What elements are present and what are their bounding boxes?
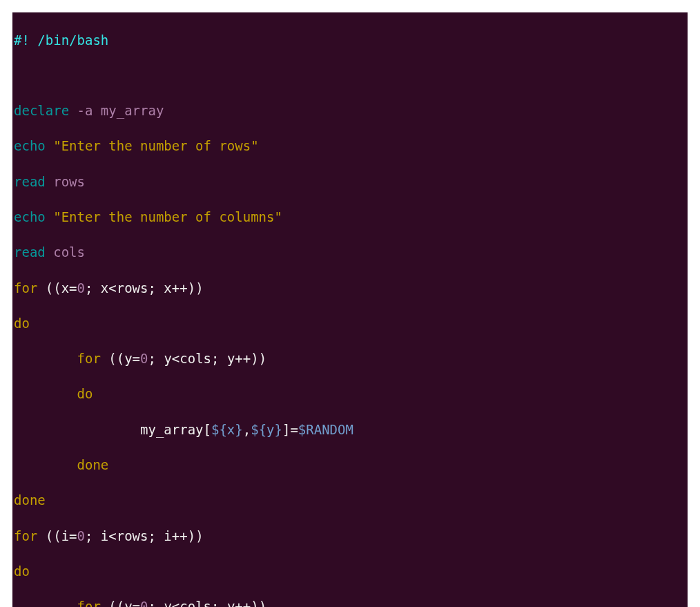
code-line: for ((i=0; i<rows; i++))	[12, 528, 688, 546]
code-line: my_array[${x},${y}]=$RANDOM	[12, 421, 688, 439]
code-line: echo "Enter the number of columns"	[12, 209, 688, 227]
code-line: do	[12, 315, 688, 333]
editor-pane: #! /bin/bash declare -a my_array echo "E…	[12, 12, 688, 607]
code-line: echo "Enter the number of rows"	[12, 137, 688, 155]
code-line: done	[12, 492, 688, 510]
code-line: #! /bin/bash	[12, 32, 688, 50]
code-line: done	[12, 456, 688, 474]
code-line: declare -a my_array	[12, 102, 688, 120]
code-line	[12, 67, 688, 85]
code-line: for ((y=0; y<cols; y++))	[12, 350, 688, 368]
shebang: #! /bin/bash	[14, 32, 108, 48]
code-line: do	[12, 385, 688, 403]
code-line: read rows	[12, 173, 688, 191]
code-line: for ((y=0; y<cols; y++))	[12, 598, 688, 607]
code-line: do	[12, 563, 688, 581]
code-line: read cols	[12, 244, 688, 262]
code-line: for ((x=0; x<rows; x++))	[12, 280, 688, 298]
